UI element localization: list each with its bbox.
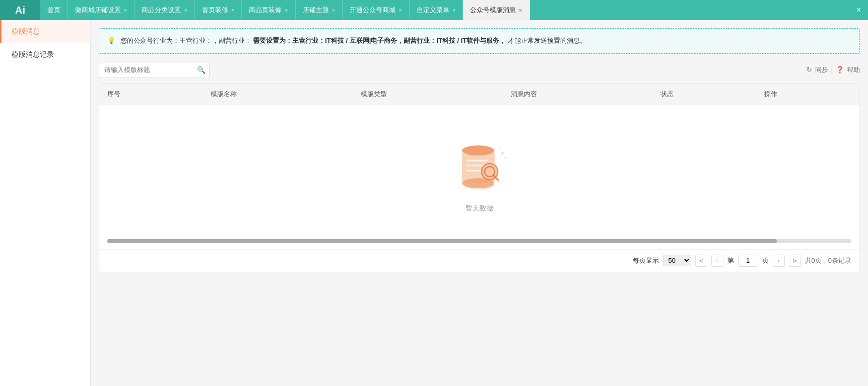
toolbar: 🔍 ↻ 同步 | ❓ 帮助 <box>99 62 860 78</box>
sync-icon: ↻ <box>807 66 812 73</box>
last-page-button[interactable]: ⊳ <box>789 255 801 267</box>
notice-suffix: 才能正常发送预置的消息。 <box>508 37 586 44</box>
empty-text: 暂无数据 <box>465 204 494 213</box>
tab-close-weshop[interactable]: × <box>124 7 127 13</box>
per-page-label: 每页显示 <box>633 256 659 265</box>
toolbar-right: ↻ 同步 | ❓ 帮助 <box>807 65 860 74</box>
sync-label[interactable]: 同步 <box>815 65 828 74</box>
global-close-button[interactable]: × <box>849 6 868 15</box>
content-area: 💡 您的公众号行业为：主营行业：，副营行业： 需要设置为：主营行业：IT科技 /… <box>91 20 868 386</box>
pagination: 每页显示 102050100 ⊲ ‹ 第 页 › ⊳ 共0页，0条记录 <box>99 249 859 272</box>
svg-point-2 <box>462 145 494 156</box>
prev-page-button[interactable]: ‹ <box>711 255 723 267</box>
notice-highlight: 需要设置为：主营行业：IT科技 / 互联网|电子商务，副营行业：IT科技 / I… <box>253 37 506 44</box>
table-wrap: 序号模版名称模版类型消息内容状态操作 <box>99 83 860 272</box>
col-type: 模版类型 <box>353 84 503 105</box>
search-icon[interactable]: 🔍 <box>197 66 206 74</box>
page-number-input[interactable] <box>738 255 758 267</box>
sidebar: 模版消息模版消息记录 <box>0 20 91 386</box>
bulb-icon: 💡 <box>107 37 115 44</box>
toolbar-divider: | <box>831 66 833 73</box>
col-content: 消息内容 <box>503 84 653 105</box>
tab-custom-menu[interactable]: 自定义菜单× <box>410 0 463 20</box>
empty-state: 暂无数据 <box>99 105 859 233</box>
tab-close-homepage-decor[interactable]: × <box>231 7 234 13</box>
empty-illustration <box>449 135 510 196</box>
notice-prefix: 您的公众号行业为：主营行业：，副营行业： <box>120 37 251 44</box>
toolbar-left: 🔍 <box>99 62 210 78</box>
top-navbar: Ai 首页微商城店铺设置×商品分类设置×首页装修×商品页装修×店铺主题×开通公众… <box>0 0 868 20</box>
table-header-row: 序号模版名称模版类型消息内容状态操作 <box>99 84 859 105</box>
tab-close-custom-menu[interactable]: × <box>452 7 455 13</box>
page-label-post: 页 <box>762 256 769 265</box>
tab-shop-theme[interactable]: 店铺主题× <box>296 0 343 20</box>
tabs-container: 首页微商城店铺设置×商品分类设置×首页装修×商品页装修×店铺主题×开通公众号商城… <box>40 0 849 20</box>
help-icon: ❓ <box>836 66 844 73</box>
col-status: 状态 <box>652 84 756 105</box>
tab-product-decor[interactable]: 商品页装修× <box>242 0 295 20</box>
sidebar-item-template-msg[interactable]: 模版消息 <box>0 20 90 43</box>
notice-box: 💡 您的公众号行业为：主营行业：，副营行业： 需要设置为：主营行业：IT科技 /… <box>99 28 860 54</box>
tab-close-category[interactable]: × <box>184 7 187 13</box>
tab-close-template-msg[interactable]: × <box>519 7 522 13</box>
scrollbar-area <box>99 233 859 249</box>
help-label[interactable]: 帮助 <box>847 65 860 74</box>
svg-point-11 <box>499 147 501 149</box>
svg-point-10 <box>501 151 504 155</box>
tab-open-mall[interactable]: 开通公众号商城× <box>343 0 409 20</box>
tab-close-shop-theme[interactable]: × <box>332 7 335 13</box>
first-page-button[interactable]: ⊲ <box>695 255 707 267</box>
total-text: 共0页，0条记录 <box>805 256 851 265</box>
main-layout: 模版消息模版消息记录 💡 您的公众号行业为：主营行业：，副营行业： 需要设置为：… <box>0 20 868 386</box>
per-page-select[interactable]: 102050100 <box>663 255 691 266</box>
table-head: 序号模版名称模版类型消息内容状态操作 <box>99 84 859 105</box>
next-page-button[interactable]: › <box>773 255 785 267</box>
tab-weshop[interactable]: 微商城店铺设置× <box>68 0 135 20</box>
search-wrap: 🔍 <box>99 62 210 78</box>
tab-home[interactable]: 首页 <box>40 0 68 20</box>
scrollbar-thumb[interactable] <box>107 239 777 243</box>
sidebar-item-template-record[interactable]: 模版消息记录 <box>0 43 90 66</box>
tab-template-msg[interactable]: 公众号模版消息× <box>463 0 529 20</box>
page-label-pre: 第 <box>727 256 734 265</box>
col-seq: 序号 <box>99 84 203 105</box>
table-body: 暂无数据 <box>99 105 859 233</box>
search-input[interactable] <box>99 62 210 78</box>
tab-homepage-decor[interactable]: 首页装修× <box>195 0 242 20</box>
tab-close-product-decor[interactable]: × <box>285 7 288 13</box>
col-name: 模版名称 <box>203 84 353 105</box>
data-table: 序号模版名称模版类型消息内容状态操作 <box>99 84 859 233</box>
tab-category[interactable]: 商品分类设置× <box>135 0 194 20</box>
app-logo: Ai <box>0 0 40 20</box>
horizontal-scrollbar[interactable] <box>107 239 851 243</box>
tab-close-open-mall[interactable]: × <box>398 7 402 13</box>
empty-row: 暂无数据 <box>99 105 859 233</box>
col-action: 操作 <box>756 84 859 105</box>
svg-point-12 <box>504 157 506 159</box>
